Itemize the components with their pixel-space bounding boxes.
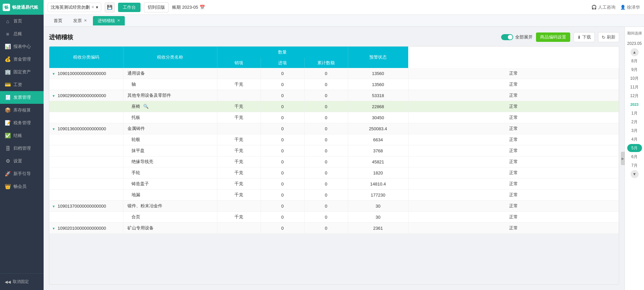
tab-home[interactable]: 首页 [49, 16, 67, 25]
td-status: 正常 [408, 201, 619, 212]
period-nav-up[interactable]: ▲ [627, 48, 642, 56]
page-content: 进销稽核 全部展开 商品编码设置 ⬇ 下载 ↻ 刷 [44, 27, 644, 290]
td-code: ▼ 10901000000000000000 [49, 68, 123, 79]
td-code [49, 167, 123, 178]
td-name: 轮毂 [123, 134, 217, 145]
sidebar-item-member[interactable]: 👑 畅会员 [0, 180, 44, 193]
td-sales: 0 [261, 212, 304, 223]
logo-icon: 畅 [3, 4, 10, 11]
cancel-fixed-btn[interactable]: ◀◀ 取消固定 [0, 276, 44, 287]
search-icon[interactable]: 🔍 [143, 104, 149, 109]
sidebar-label-archive: 归档管理 [13, 145, 31, 151]
td-code [49, 101, 123, 112]
period-6[interactable]: 6月 [627, 153, 642, 161]
period-7[interactable]: 7月 [627, 161, 642, 169]
sidebar-item-home[interactable]: ⌂ 首页 [0, 15, 44, 27]
user-name: 徐泽华 [627, 4, 640, 10]
td-status: 正常 [408, 101, 619, 112]
td-sales: 0 [261, 134, 304, 145]
expand-toggle[interactable]: 全部展开 [501, 34, 533, 40]
td-code [49, 212, 123, 223]
period-10[interactable]: 10月 [627, 74, 642, 82]
period-12[interactable]: 12月 [627, 92, 642, 100]
sidebar-item-inventory[interactable]: 📦 库存核算 [0, 104, 44, 117]
sidebar-item-salary[interactable]: 💳 工资 [0, 78, 44, 91]
sidebar-item-tax[interactable]: 📝 税务管理 [0, 117, 44, 129]
expand-icon[interactable]: ▼ [52, 227, 56, 230]
service-button[interactable]: 🎧 人工咨询 [591, 4, 615, 10]
sidebar-item-settings[interactable]: ⚙ 设置 [0, 155, 44, 167]
period-down-icon[interactable]: ▼ [631, 170, 639, 178]
tabs-bar: 首页 发票 ✕ 进销稽核 ✕ [44, 15, 644, 27]
period-panel: ▶ 期间选择 2023.05 ▲ 8月 9月 10月 11月 12月 2023 … [625, 27, 644, 290]
period-11[interactable]: 11月 [627, 83, 642, 91]
td-total: 6634 [348, 134, 408, 145]
member-icon: 👑 [5, 184, 11, 190]
tab-invoice-close[interactable]: ✕ [84, 18, 87, 23]
td-unit: 千克 [217, 79, 261, 90]
product-code-btn[interactable]: 商品编码设置 [536, 32, 570, 42]
sidebar-label-funds: 资金管理 [13, 56, 31, 62]
period-nav-down[interactable]: ▼ [627, 170, 642, 178]
dropdown-arrow-icon[interactable]: ▾ [96, 5, 98, 10]
tax-icon: 📝 [5, 120, 11, 126]
period-3[interactable]: 3月 [627, 127, 642, 135]
th-purchase: 进项 [261, 58, 304, 68]
tab-reconcile[interactable]: 进销稽核 ✕ [93, 16, 125, 25]
period-up-icon[interactable]: ▲ [631, 48, 639, 56]
old-version-button[interactable]: 切到旧版 [144, 2, 169, 12]
tab-invoice[interactable]: 发票 ✕ [68, 16, 92, 25]
period-9[interactable]: 9月 [627, 66, 642, 74]
code-value: 10901000000000000000 [58, 71, 106, 76]
ledger-icon: ≡ [5, 31, 11, 37]
sidebar-item-invoice[interactable]: 🧾 发票管理 [0, 91, 44, 104]
tab-reconcile-label: 进销稽核 [98, 18, 115, 24]
period-4[interactable]: 4月 [627, 135, 642, 143]
archive-icon: 🗄 [5, 146, 11, 151]
sidebar-item-archive[interactable]: 🗄 归档管理 [0, 142, 44, 155]
sidebar-label-inventory: 库存核算 [13, 107, 31, 113]
download-btn[interactable]: ⬇ 下载 [574, 32, 595, 42]
delete-company-icon[interactable]: ✕ [91, 5, 94, 9]
toggle-track[interactable] [501, 34, 513, 40]
invoice-icon: 🧾 [5, 94, 11, 100]
company-selector[interactable]: 沈海英测试经营勿删 ✕ ▾ [48, 3, 101, 12]
code-value: 10901370000000000000 [58, 204, 106, 209]
sidebar-item-ledger[interactable]: ≡ 总账 [0, 27, 44, 40]
expand-icon[interactable]: ▼ [52, 94, 56, 98]
sidebar-item-guide[interactable]: 🚀 新手引导 [0, 167, 44, 180]
td-code: ▼ 10902010000000000000 [49, 223, 123, 234]
sidebar-item-checkout[interactable]: ✅ 结账 [0, 129, 44, 142]
td-status: 正常 [408, 223, 619, 234]
period-8[interactable]: 8月 [627, 57, 642, 65]
td-unit: 千克 [217, 134, 261, 145]
td-sales: 0 [261, 112, 304, 123]
td-unit: 千克 [217, 190, 261, 201]
td-unit [217, 223, 261, 234]
workspace-button[interactable]: 工作台 [118, 3, 141, 12]
code-value: 10901360000000000000 [58, 126, 106, 131]
salary-icon: 💳 [5, 82, 11, 88]
panel-toggle-btn[interactable]: ▶ [621, 152, 625, 165]
td-total: 250083.4 [348, 123, 408, 134]
main-area: 沈海英测试经营勿删 ✕ ▾ 💾 工作台 切到旧版 账期 2023-05 📅 🎧 … [44, 0, 644, 290]
td-total: 13560 [348, 79, 408, 90]
sidebar-item-reports[interactable]: 📊 报表中心 [0, 40, 44, 53]
period-1[interactable]: 1月 [627, 109, 642, 117]
sidebar-item-funds[interactable]: 💰 资金管理 [0, 53, 44, 66]
expand-icon[interactable]: ▼ [52, 127, 56, 131]
expand-icon[interactable]: ▼ [52, 205, 56, 208]
refresh-btn[interactable]: ↻ 刷新 [598, 32, 619, 42]
save-button[interactable]: 💾 [105, 2, 115, 12]
period-5[interactable]: 5月 [627, 144, 642, 152]
refresh-icon: ↻ [602, 35, 605, 40]
expand-icon[interactable]: ▼ [52, 72, 56, 76]
user-menu[interactable]: 👤 徐泽华 [620, 4, 640, 10]
period-2[interactable]: 2月 [627, 118, 642, 126]
period-2023-05-top[interactable]: 2023.05 [627, 40, 642, 48]
guide-icon: 🚀 [5, 171, 11, 177]
sidebar-item-assets[interactable]: 🏢 固定资产 [0, 66, 44, 78]
tab-reconcile-close[interactable]: ✕ [117, 18, 120, 23]
expand-all-label: 全部展开 [515, 34, 533, 40]
calendar-icon[interactable]: 📅 [200, 5, 205, 10]
